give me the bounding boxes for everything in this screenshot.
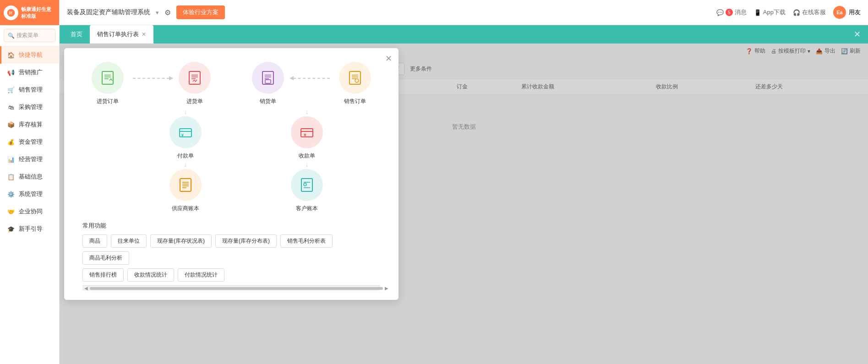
scroll-left-arrow[interactable]: ◀: [84, 286, 88, 291]
common-functions: 常用功能 商品 往来单位 现存量(库存状况表) 现存量(库存分布表) 销售毛利分…: [82, 222, 380, 282]
func-btn-sales-profit[interactable]: 销售毛利分析表: [280, 234, 333, 248]
func-btn-goods[interactable]: 商品: [82, 234, 107, 248]
flow-row-2-arrows: ↓ ¥ 付款单 ↓: [153, 107, 380, 160]
finance-icon: 💰: [7, 138, 15, 146]
sidebar-item-inventory[interactable]: 📦 库存核算: [0, 116, 59, 133]
sales-bill-label: 销货单: [260, 98, 276, 105]
flow-node-supplier[interactable]: 供应商账本: [169, 169, 202, 212]
home-icon: 🏠: [7, 51, 15, 59]
func-btn-stock-status[interactable]: 现存量(库存状况表): [150, 234, 212, 248]
common-functions-title: 常用功能: [82, 222, 380, 230]
message-icon: 💬: [716, 9, 724, 16]
svg-rect-10: [262, 71, 273, 84]
sidebar-item-purchase[interactable]: 🛍 采购管理: [0, 98, 59, 116]
flow-node-purchase-order[interactable]: 进货订单: [92, 62, 124, 105]
tab-sales-order-exec[interactable]: 销售订单执行表 ✕: [90, 25, 153, 43]
flow-down-receipt: ↓ ￥ 收款单: [282, 107, 332, 160]
info-icon: 📋: [7, 173, 15, 181]
tab-close-button[interactable]: ✕: [142, 31, 146, 38]
sidebar-item-sales[interactable]: 🛒 销售管理: [0, 81, 59, 98]
sidebar-item-label: 经营管理: [19, 155, 43, 163]
sidebar-item-marketing[interactable]: 📢 营销推广: [0, 64, 59, 81]
flow-node-receipt[interactable]: ￥ 收款单: [291, 116, 323, 160]
close-all-tabs-button[interactable]: ✕: [850, 29, 864, 39]
system-title-chevron[interactable]: ▾: [156, 9, 159, 16]
func-btn-stock-dist[interactable]: 现存量(库存分布表): [215, 234, 277, 248]
content-area: ❓ 帮助 🖨 按模板打印 ▾ 📤 导出 🔄 刷新: [60, 43, 868, 364]
main-area: 装备及固定资产辅助管理系统 ▾ ⚙ 体验行业方案 💬 5 消息 📱 App下载 …: [60, 0, 868, 364]
svg-rect-26: [180, 179, 191, 191]
sidebar-item-basic-info[interactable]: 📋 基础信息: [0, 168, 59, 185]
func-btn-receipt-stats[interactable]: 收款情况统计: [127, 268, 174, 282]
flow-down-supplier: ↓ 供应商账本: [160, 160, 211, 212]
tab-sales-label: 销售订单执行表: [97, 30, 139, 38]
svg-text:¥: ¥: [181, 133, 184, 137]
app-download-button[interactable]: 📱 App下载: [754, 8, 786, 16]
function-buttons: 商品 往来单位 现存量(库存状况表) 现存量(库存分布表) 销售毛利分析表 商品…: [82, 234, 380, 265]
flow-node-purchase-bill[interactable]: 进货单: [179, 62, 211, 105]
dialog-overlay: ✕ 进货订单: [60, 43, 868, 364]
payment-label: 付款单: [177, 152, 194, 160]
arrow-down-payment: ↓: [184, 107, 187, 116]
online-service-button[interactable]: 🎧 在线客服: [793, 8, 826, 16]
tab-home-label: 首页: [71, 30, 82, 38]
sidebar-item-system[interactable]: ⚙️ 系统管理: [0, 185, 59, 203]
flow-row-3-arrows: ↓ 供应商账本 ↓: [153, 160, 380, 212]
sidebar-item-label: 新手引导: [19, 225, 43, 233]
sales-icon: 🛒: [7, 86, 15, 94]
sidebar-item-enterprise[interactable]: 🤝 企业协同: [0, 203, 59, 220]
sidebar-item-operations[interactable]: 📊 经营管理: [0, 151, 59, 168]
search-menu-button[interactable]: 🔍 quick-nav 搜索菜单: [4, 29, 55, 42]
dialog-close-button[interactable]: ✕: [385, 54, 392, 64]
user-avatar: Ea: [833, 6, 846, 19]
sidebar-item-label: 销售管理: [19, 86, 43, 94]
flow-dialog: ✕ 进货订单: [64, 48, 399, 300]
system-icon: ⚙️: [7, 190, 15, 198]
purchase-order-icon: [92, 62, 124, 94]
svg-point-19: [355, 79, 359, 82]
tab-home[interactable]: 首页: [63, 25, 90, 43]
flow-arrow-left: ◀: [293, 78, 330, 79]
payment-icon: ¥: [169, 116, 202, 148]
flow-node-payment[interactable]: ¥ 付款单: [169, 116, 202, 160]
system-title: 装备及固定资产辅助管理系统: [67, 8, 150, 16]
flow-node-sales-order[interactable]: 销售订单: [339, 62, 371, 105]
func-btn-goods-profit[interactable]: 商品毛利分析: [82, 251, 129, 265]
flow-node-customer[interactable]: 客户账本: [291, 169, 323, 212]
sidebar-item-finance[interactable]: 💰 资金管理: [0, 133, 59, 151]
scroll-thumb[interactable]: [90, 287, 383, 290]
scroll-right-arrow[interactable]: ▶: [385, 286, 388, 291]
purchase-icon: 🛍: [7, 103, 15, 111]
flow-down-payment: ↓ ¥ 付款单: [160, 107, 211, 160]
svg-rect-6: [189, 71, 200, 84]
sidebar-search-area: 🔍 quick-nav 搜索菜单: [0, 25, 59, 46]
download-icon: 📱: [754, 9, 761, 16]
settings-button[interactable]: ⚙: [164, 8, 171, 17]
search-icon: 🔍: [8, 33, 15, 39]
arrow-down-supplier: ↓: [184, 160, 187, 169]
sidebar-item-label: 快捷导航: [19, 51, 43, 59]
supplier-icon: [169, 169, 202, 201]
flow-node-sales-bill[interactable]: 销货单: [252, 62, 284, 105]
scroll-track[interactable]: [90, 287, 383, 290]
tab-bar: 首页 销售订单执行表 ✕ ✕: [60, 25, 868, 43]
flow-row-1: 进货订单 ▶: [82, 62, 380, 105]
message-button[interactable]: 💬 5 消息: [716, 8, 747, 16]
sidebar-item-quick-nav[interactable]: 🏠 快捷导航: [0, 46, 59, 64]
func-btn-partners[interactable]: 往来单位: [111, 234, 147, 248]
func-btn-payment-stats[interactable]: 付款情况统计: [178, 268, 224, 282]
func-btn-sales-rank[interactable]: 销售排行榜: [82, 268, 124, 282]
user-area[interactable]: Ea 用友: [833, 6, 861, 19]
sidebar: 财 畅康通好生意 标准版 🔍 quick-nav 搜索菜单 🏠 快捷导航 📢 营…: [0, 0, 60, 364]
guide-icon: 🎓: [7, 225, 15, 233]
inventory-icon: 📦: [7, 120, 15, 129]
purchase-bill-icon: [179, 62, 211, 94]
sidebar-item-label: 采购管理: [19, 103, 43, 111]
sidebar-item-guide[interactable]: 🎓 新手引导: [0, 220, 59, 238]
sidebar-item-label: 营销推广: [19, 68, 43, 76]
receipt-label: 收款单: [299, 152, 315, 160]
top-bar-actions: 💬 5 消息 📱 App下载 🎧 在线客服 Ea 用友: [716, 6, 861, 19]
experience-button[interactable]: 体验行业方案: [176, 5, 225, 19]
purchase-bill-label: 进货单: [186, 98, 203, 105]
flow-arrow-right: ▶: [133, 78, 169, 79]
